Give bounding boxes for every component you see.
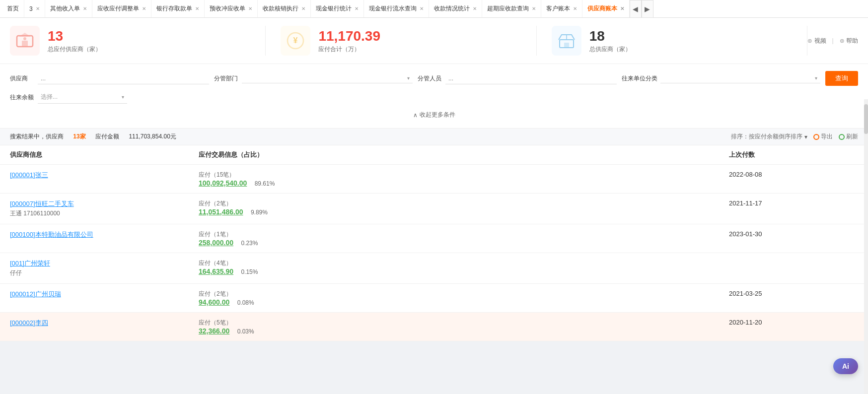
- chevron-down-icon: ▾: [804, 133, 807, 140]
- supplier-link[interactable]: [001]广州荣轩: [10, 259, 199, 268]
- nav-next-arrow[interactable]: ▶: [642, 0, 653, 18]
- payable-percent: 89.61%: [255, 180, 275, 187]
- nav-item-overdue[interactable]: 超期应收款查询 ✕: [482, 0, 541, 18]
- balance-select[interactable]: 选择... ▾: [38, 91, 127, 104]
- svg-rect-2: [22, 41, 28, 47]
- summary-bar: 13 总应付供应商（家） ¥ 11,170.39 应付合计（万） 18 总: [0, 18, 868, 64]
- nav-prev-arrow[interactable]: ◀: [630, 0, 642, 18]
- dept-filter-label: 分管部门: [214, 74, 239, 83]
- payable-info: 应付（2笔） 94,600.00 0.08%: [199, 290, 729, 306]
- close-icon[interactable]: ✕: [195, 6, 199, 11]
- video-link[interactable]: ⊙ 视频: [807, 37, 826, 45]
- supplier-link[interactable]: [000001]张三: [10, 171, 199, 180]
- nav-item-collection[interactable]: 收款核销执行 ✕: [258, 0, 311, 18]
- close-icon[interactable]: ✕: [573, 6, 577, 11]
- nav-item-other-income[interactable]: 其他收入单 ✕: [45, 0, 92, 18]
- table-row: [000100]本特勤油品有限公司 应付（1笔） 258,000.00 0.23…: [0, 224, 868, 253]
- chevron-down-icon: ▾: [122, 94, 124, 100]
- filter-area: 供应商 分管部门 ▾ 分管人员 往来单位分类 ▾ 查询 往来余额 选择: [0, 64, 868, 129]
- help-icon: ⊙: [840, 37, 845, 44]
- payable-amount[interactable]: 100,092,540.00: [199, 179, 247, 187]
- table-header: 供应商信息 应付交易信息（占比） 上次付数: [0, 145, 868, 165]
- payable-percent: 0.08%: [237, 299, 254, 306]
- payable-suppliers-label: 总应付供应商（家）: [48, 45, 101, 54]
- help-link[interactable]: ⊙ 帮助: [840, 37, 858, 45]
- result-count: 13家: [73, 133, 85, 140]
- close-icon[interactable]: ✕: [301, 6, 305, 11]
- filter-person: 分管人员: [418, 73, 617, 84]
- table-row: [000001]张三 应付（15笔） 100,092,540.00 89.61%…: [0, 165, 868, 194]
- nav-item-supplier-ledger[interactable]: 供应商账本 ✕: [582, 0, 630, 18]
- filter-dept: 分管部门 ▾: [214, 73, 413, 83]
- table-row: [001]广州荣轩 仔仔 应付（4笔） 164,635.90 0.15%: [0, 253, 868, 284]
- summary-card-payable-suppliers: 13 总应付供应商（家）: [10, 26, 266, 56]
- nav-item-home[interactable]: 首页: [2, 0, 24, 18]
- payable-suppliers-number: 13: [48, 28, 101, 45]
- nav-item-3[interactable]: 3 ✕: [24, 0, 45, 18]
- amount-prefix: 应付金额: [95, 133, 119, 140]
- close-icon[interactable]: ✕: [532, 6, 536, 11]
- nav-item-cash-flow[interactable]: 现金银行流水查询 ✕: [364, 0, 429, 18]
- supplier-link[interactable]: [000002]李四: [10, 319, 199, 328]
- amount-value: 111,703,854.00元: [129, 133, 176, 140]
- supplier-info: [000001]张三: [10, 171, 199, 180]
- close-icon[interactable]: ✕: [248, 6, 252, 11]
- payable-amount[interactable]: 32,366.00: [199, 327, 229, 335]
- close-icon[interactable]: ✕: [36, 6, 40, 11]
- shop-icon: [552, 26, 581, 56]
- sort-selector[interactable]: 排序：按应付余额倒序排序 ▾: [731, 132, 807, 141]
- payable-amount[interactable]: 94,600.00: [199, 298, 229, 306]
- supplier-input[interactable]: [38, 73, 209, 84]
- total-suppliers-number: 18: [589, 28, 631, 45]
- payable-amount[interactable]: 164,635.90: [199, 267, 233, 275]
- person-input[interactable]: [445, 73, 617, 84]
- data-table: 供应商信息 应付交易信息（占比） 上次付数 [000001]张三 应付（15笔）…: [0, 145, 868, 341]
- summary-card-total-payable: ¥ 11,170.39 应付合计（万）: [266, 26, 536, 56]
- close-icon[interactable]: ✕: [620, 6, 624, 11]
- last-pay-date: 2021-11-17: [729, 199, 828, 207]
- result-prefix: 搜索结果中，供应商: [10, 133, 64, 140]
- refresh-button[interactable]: 刷新: [839, 132, 858, 141]
- close-icon[interactable]: ✕: [83, 6, 87, 11]
- nav-item-ar-ap-adjust[interactable]: 应收应付调整单 ✕: [92, 0, 151, 18]
- export-button[interactable]: 导出: [813, 132, 833, 141]
- scrollbar-track[interactable]: [864, 99, 868, 341]
- filter-balance: 往来余额 选择... ▾: [10, 91, 858, 104]
- export-icon: [813, 134, 819, 140]
- last-pay-date: 2023-01-30: [729, 230, 828, 238]
- toolbar: 搜索结果中，供应商 13家 应付金额 111,703,854.00元 排序：按应…: [0, 129, 868, 145]
- filter-row-2: 往来余额 选择... ▾: [10, 91, 858, 104]
- scrollbar-thumb[interactable]: [864, 104, 868, 134]
- nav-item-customer-ledger[interactable]: 客户账本 ✕: [541, 0, 582, 18]
- supplier-link[interactable]: [000012]广州贝瑞: [10, 290, 199, 299]
- category-select[interactable]: ▾: [660, 73, 821, 83]
- filter-category: 往来单位分类 ▾: [622, 73, 821, 83]
- dept-select[interactable]: ▾: [242, 73, 413, 83]
- chevron-down-icon: ▾: [407, 75, 410, 81]
- nav-item-cash-bank-stat[interactable]: 现金银行统计 ✕: [311, 0, 364, 18]
- payable-amount[interactable]: 258,000.00: [199, 239, 233, 247]
- toolbar-actions: 排序：按应付余额倒序排序 ▾ 导出 刷新: [731, 132, 858, 141]
- svg-point-3: [23, 37, 26, 40]
- close-icon[interactable]: ✕: [473, 6, 477, 11]
- supplier-info: [000007]恒旺二手叉车 王通 17106110000: [10, 199, 199, 218]
- collapse-button[interactable]: ∧ 收起更多条件: [10, 109, 858, 123]
- header-lastpay: 上次付数: [729, 150, 828, 159]
- supplier-link[interactable]: [000100]本特勤油品有限公司: [10, 230, 199, 239]
- close-icon[interactable]: ✕: [355, 6, 359, 11]
- last-pay-date: 2021-03-25: [729, 290, 828, 297]
- nav-item-payment-stat[interactable]: 收款情况统计 ✕: [429, 0, 482, 18]
- supplier-info: [000012]广州贝瑞: [10, 290, 199, 299]
- close-icon[interactable]: ✕: [142, 6, 146, 11]
- nav-item-prepay[interactable]: 预收冲应收单 ✕: [205, 0, 258, 18]
- search-button[interactable]: 查询: [825, 71, 858, 86]
- summary-card-total-suppliers: 18 总供应商（家）: [537, 26, 807, 56]
- supplier-link[interactable]: [000007]恒旺二手叉车: [10, 199, 199, 208]
- payable-amount[interactable]: 11,051,486.00: [199, 208, 243, 216]
- summary-actions: ⊙ 视频 | ⊙ 帮助: [807, 37, 858, 45]
- total-suppliers-label: 总供应商（家）: [589, 45, 631, 54]
- supplier-sub: 仔仔: [10, 269, 199, 277]
- nav-item-bank-deposit[interactable]: 银行存取款单 ✕: [151, 0, 205, 18]
- close-icon[interactable]: ✕: [420, 6, 424, 11]
- payable-info: 应付（5笔） 32,366.00 0.03%: [199, 319, 729, 335]
